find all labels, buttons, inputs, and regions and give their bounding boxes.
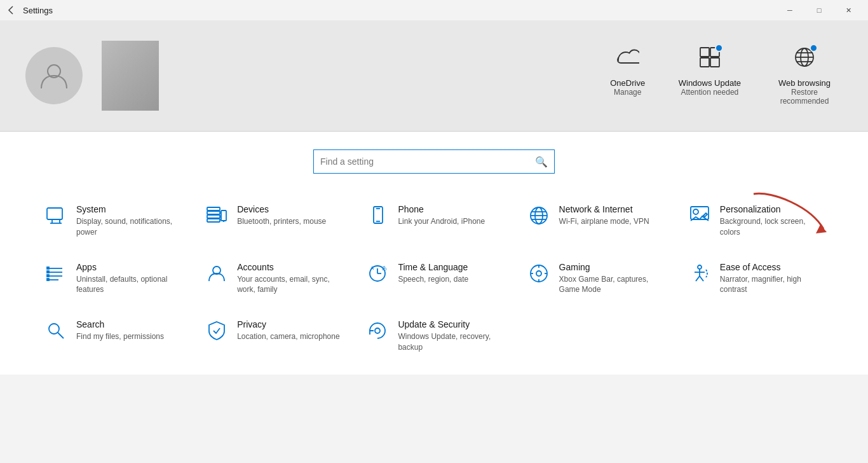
privacy-icon <box>205 321 228 341</box>
settings-content: System Display, sound, notifications, po… <box>0 189 868 375</box>
windows-update-shortcut[interactable]: Windows Update Attention needed <box>679 46 741 97</box>
search-desc: Find my files, permissions <box>76 331 164 342</box>
privacy-desc: Location, camera, microphone <box>237 331 339 342</box>
web-browsing-subtitle: Restore recommended <box>766 88 843 106</box>
svg-rect-16 <box>207 215 220 218</box>
svg-rect-3 <box>700 58 709 67</box>
svg-rect-18 <box>221 211 226 221</box>
personalization-title: Personalization <box>720 204 824 214</box>
setting-item-system[interactable]: System Display, sound, notifications, po… <box>38 195 186 247</box>
svg-point-56 <box>49 324 59 334</box>
svg-rect-4 <box>710 58 719 67</box>
time-title: Time & Language <box>398 262 468 272</box>
system-icon <box>44 205 67 226</box>
svg-rect-38 <box>47 279 49 280</box>
header: OneDrive Manage Windows Update Attention… <box>0 20 868 132</box>
phone-desc: Link your Android, iPhone <box>398 216 485 227</box>
svg-text:A: A <box>370 265 374 271</box>
search-area: 🔍 <box>0 132 868 189</box>
svg-point-30 <box>693 209 698 214</box>
setting-item-accounts[interactable]: Accounts Your accounts, email, sync, wor… <box>199 253 347 305</box>
web-browsing-shortcut[interactable]: Web browsing Restore recommended <box>766 46 843 106</box>
svg-rect-36 <box>47 271 49 273</box>
setting-item-gaming[interactable]: Gaming Xbox Game Bar, captures, Game Mod… <box>521 253 669 305</box>
svg-rect-17 <box>207 219 220 222</box>
network-desc: Wi-Fi, airplane mode, VPN <box>559 216 649 227</box>
svg-rect-15 <box>207 211 220 214</box>
windows-update-title: Windows Update <box>679 78 741 88</box>
search-title: Search <box>76 319 164 329</box>
svg-point-46 <box>536 271 541 276</box>
devices-title: Devices <box>237 204 326 214</box>
settings-grid: System Display, sound, notifications, po… <box>38 195 830 362</box>
avatar[interactable] <box>25 47 83 104</box>
apps-desc: Uninstall, defaults, optional features <box>76 274 180 296</box>
gaming-title: Gaming <box>559 262 663 272</box>
gaming-desc: Xbox Game Bar, captures, Game Mode <box>559 274 663 296</box>
setting-item-privacy[interactable]: Privacy Location, camera, microphone <box>199 310 347 362</box>
titlebar: Settings ─ □ ✕ <box>0 0 868 20</box>
phone-title: Phone <box>398 204 485 214</box>
accounts-title: Accounts <box>237 262 341 272</box>
search-icon <box>44 321 67 341</box>
web-browsing-icon <box>793 46 816 73</box>
system-title: System <box>76 204 180 214</box>
setting-item-devices[interactable]: Devices Bluetooth, printers, mouse <box>199 195 347 247</box>
time-desc: Speech, region, date <box>398 274 468 285</box>
apps-icon <box>44 263 67 284</box>
setting-item-phone[interactable]: Phone Link your Android, iPhone <box>360 195 508 247</box>
window-controls: ─ □ ✕ <box>775 0 863 20</box>
setting-item-apps[interactable]: Apps Uninstall, defaults, optional featu… <box>38 253 186 305</box>
onedrive-subtitle: Manage <box>614 88 641 97</box>
search-box[interactable]: 🔍 <box>313 149 555 174</box>
svg-rect-14 <box>207 207 220 211</box>
setting-item-ease-of-access[interactable]: Ease of Access Narrator, magnifier, high… <box>682 253 830 305</box>
close-button[interactable]: ✕ <box>834 0 863 20</box>
onedrive-icon <box>616 46 639 73</box>
update-security-icon <box>366 321 389 341</box>
header-shortcuts: OneDrive Manage Windows Update Attention… <box>602 46 843 106</box>
setting-item-search[interactable]: Search Find my files, permissions <box>38 310 186 362</box>
phone-icon <box>366 205 389 226</box>
privacy-title: Privacy <box>237 319 339 329</box>
personalization-icon <box>688 205 711 226</box>
svg-rect-35 <box>47 267 49 269</box>
setting-item-update-security[interactable]: Update & Security Windows Update, recove… <box>360 310 508 362</box>
gaming-icon <box>527 263 550 284</box>
setting-item-time[interactable]: A あ Time & Language Speech, region, date <box>360 253 508 305</box>
onedrive-title: OneDrive <box>610 78 645 88</box>
svg-text:あ: あ <box>382 265 387 271</box>
svg-line-57 <box>58 333 64 338</box>
svg-line-54 <box>696 276 700 281</box>
system-desc: Display, sound, notifications, power <box>76 216 180 238</box>
minimize-button[interactable]: ─ <box>775 0 804 20</box>
profile-image <box>102 41 159 111</box>
update-security-title: Update & Security <box>398 319 501 329</box>
setting-item-network[interactable]: Network & Internet Wi-Fi, airplane mode,… <box>521 195 669 247</box>
network-icon <box>527 205 550 226</box>
accounts-icon <box>205 263 228 284</box>
web-browsing-title: Web browsing <box>778 78 831 88</box>
maximize-button[interactable]: □ <box>804 0 834 20</box>
svg-point-51 <box>698 265 702 269</box>
update-security-desc: Windows Update, recovery, backup <box>398 331 501 353</box>
svg-rect-10 <box>47 208 62 219</box>
accounts-desc: Your accounts, email, sync, work, family <box>237 274 341 296</box>
app-title: Settings <box>23 6 53 15</box>
windows-update-icon <box>698 46 721 73</box>
back-button[interactable] <box>5 4 18 17</box>
svg-rect-37 <box>47 275 49 277</box>
onedrive-shortcut[interactable]: OneDrive Manage <box>602 46 653 97</box>
devices-icon <box>205 205 228 226</box>
apps-title: Apps <box>76 262 180 272</box>
personalization-desc: Background, lock screen, colors <box>720 216 824 238</box>
time-icon: A あ <box>366 263 389 284</box>
ease-of-access-title: Ease of Access <box>720 262 824 272</box>
svg-rect-1 <box>700 48 709 57</box>
search-input[interactable] <box>320 156 535 167</box>
setting-item-personalization[interactable]: Personalization Background, lock screen,… <box>682 195 830 247</box>
svg-point-58 <box>375 328 380 333</box>
search-icon[interactable]: 🔍 <box>535 156 548 168</box>
windows-update-subtitle: Attention needed <box>681 88 738 97</box>
svg-line-55 <box>700 276 703 281</box>
